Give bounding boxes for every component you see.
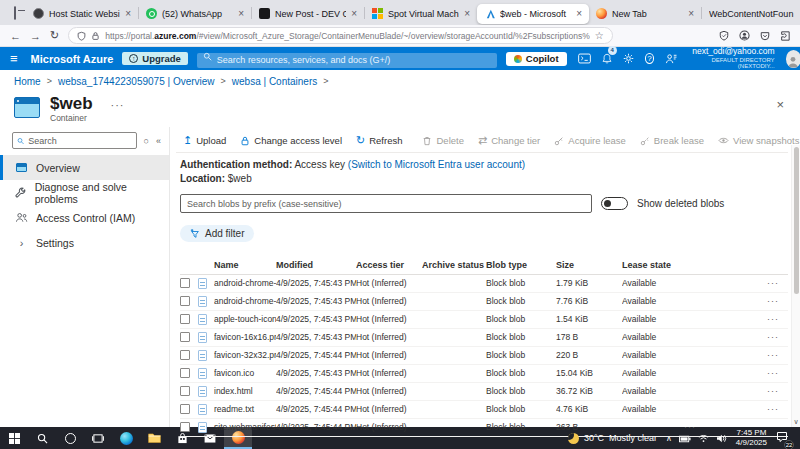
- col-archive-status[interactable]: Archive status: [422, 260, 486, 270]
- upload-button[interactable]: ↥Upload: [176, 135, 233, 146]
- col-access-tier[interactable]: Access tier: [356, 260, 422, 270]
- blob-search-input[interactable]: [180, 194, 592, 213]
- change-access-level-button[interactable]: Change access level: [233, 135, 349, 146]
- row-menu-button[interactable]: ···: [758, 368, 788, 378]
- scrollbar-down-arrow[interactable]: ∨: [792, 418, 800, 426]
- row-checkbox[interactable]: [180, 332, 190, 342]
- scrollbar-thumb[interactable]: [794, 147, 799, 294]
- table-row[interactable]: site.webmanifest 4/9/2025, 7:45:44 PM Ho…: [180, 419, 788, 437]
- row-menu-button[interactable]: ···: [622, 422, 758, 432]
- portal-menu-icon[interactable]: ≡: [10, 51, 18, 66]
- blob-name[interactable]: android-chrome-...: [214, 278, 276, 288]
- change-tier-button[interactable]: ⇄Change tier: [471, 135, 547, 146]
- table-row[interactable]: favicon.ico 4/9/2025, 7:45:43 PM Hot (In…: [180, 365, 788, 383]
- browser-tab[interactable]: WebContentNotFoun ×: [702, 4, 800, 24]
- break-lease-button[interactable]: Break lease: [633, 135, 711, 146]
- row-menu-button[interactable]: ···: [758, 314, 788, 324]
- browser-tab[interactable]: (52) WhatsApp ×: [139, 4, 251, 24]
- blade-close-button[interactable]: ×: [776, 97, 784, 112]
- table-row[interactable]: android-chrome-... 4/9/2025, 7:45:43 PM …: [180, 293, 788, 311]
- browser-tab-active[interactable]: $web - Microsoft ×: [477, 4, 589, 24]
- file-explorer-icon[interactable]: [140, 427, 168, 449]
- row-checkbox[interactable]: [180, 368, 190, 378]
- row-menu-button[interactable]: ···: [758, 350, 788, 360]
- sidebar-item-overview[interactable]: Overview: [0, 155, 169, 180]
- pocket-icon[interactable]: [760, 27, 770, 45]
- help-button[interactable]: ?: [645, 53, 655, 64]
- col-lease-state[interactable]: Lease state: [622, 260, 758, 270]
- view-snapshots-button[interactable]: View snapshots: [711, 135, 800, 146]
- row-checkbox[interactable]: [180, 386, 190, 396]
- extensions-icon[interactable]: [780, 27, 790, 45]
- taskbar-search-icon[interactable]: [28, 427, 56, 449]
- show-deleted-toggle[interactable]: [601, 197, 628, 210]
- account-icon[interactable]: [739, 27, 750, 45]
- url-field[interactable]: https://portal.azure.com/#view/Microsoft…: [68, 27, 612, 44]
- blob-name[interactable]: favicon-32x32.png: [214, 350, 276, 360]
- vertical-scrollbar[interactable]: ∨: [791, 145, 800, 427]
- tab-close-icon[interactable]: ×: [125, 9, 131, 19]
- blade-more-button[interactable]: ···: [111, 99, 125, 111]
- account-info[interactable]: next_odi@yahoo.com DEFAULT DIRECTORY (NE…: [688, 47, 774, 71]
- blob-name[interactable]: site.webmanifest: [214, 422, 276, 432]
- action-center-button[interactable]: 22: [776, 429, 792, 447]
- col-modified[interactable]: Modified: [276, 260, 356, 270]
- delete-button[interactable]: Delete: [415, 135, 470, 146]
- sidebar-item-diagnose[interactable]: Diagnose and solve problems: [0, 180, 169, 205]
- browser-tab[interactable]: Host Static Websi ×: [26, 4, 138, 24]
- breadcrumb-storage-account[interactable]: websa_1744223059075 | Overview: [58, 76, 215, 87]
- feedback-icon[interactable]: [665, 50, 677, 68]
- sidebar-circle-icon[interactable]: ○: [144, 136, 149, 146]
- switch-entra-link[interactable]: (Switch to Microsoft Entra user account): [348, 159, 525, 170]
- table-row[interactable]: favicon-32x32.png 4/9/2025, 7:45:44 PM H…: [180, 347, 788, 365]
- upgrade-button[interactable]: ↑ Upgrade: [122, 52, 188, 65]
- acquire-lease-button[interactable]: Acquire lease: [547, 135, 633, 146]
- row-checkbox[interactable]: [180, 278, 190, 288]
- cloud-shell-icon[interactable]: [578, 50, 591, 68]
- breadcrumb-containers[interactable]: websa | Containers: [232, 76, 317, 87]
- task-view-icon[interactable]: [84, 427, 112, 449]
- table-row[interactable]: apple-touch-icon... 4/9/2025, 7:45:43 PM…: [180, 311, 788, 329]
- tab-close-icon[interactable]: ×: [238, 9, 244, 19]
- browser-tab[interactable]: New Tab ×: [589, 4, 701, 24]
- forward-button[interactable]: →: [30, 30, 41, 42]
- row-checkbox[interactable]: [180, 404, 190, 414]
- sidebar-collapse-icon[interactable]: «: [156, 136, 161, 146]
- col-name[interactable]: Name: [214, 260, 276, 270]
- row-checkbox[interactable]: [180, 314, 190, 324]
- portal-search-input[interactable]: [197, 53, 497, 68]
- table-row[interactable]: readme.txt 4/9/2025, 7:45:44 PM Hot (Inf…: [180, 401, 788, 419]
- lock-icon[interactable]: [91, 27, 100, 45]
- edge-icon[interactable]: [112, 427, 140, 449]
- avatar[interactable]: [786, 50, 800, 68]
- tab-close-icon[interactable]: ×: [688, 9, 694, 19]
- blob-name[interactable]: android-chrome-...: [214, 296, 276, 306]
- row-checkbox[interactable]: [180, 296, 190, 306]
- breadcrumb-home[interactable]: Home: [14, 76, 41, 87]
- firefox-view-icon[interactable]: [14, 6, 16, 20]
- tab-close-icon[interactable]: ×: [576, 9, 582, 19]
- bookmark-star-icon[interactable]: ☆: [595, 30, 604, 41]
- blob-name[interactable]: apple-touch-icon...: [214, 314, 276, 324]
- row-checkbox[interactable]: [180, 422, 190, 432]
- row-menu-button[interactable]: ···: [758, 386, 788, 396]
- refresh-button[interactable]: ↻Refresh: [349, 135, 409, 146]
- row-menu-button[interactable]: ···: [758, 296, 788, 306]
- col-blob-type[interactable]: Blob type: [486, 260, 556, 270]
- browser-tab[interactable]: New Post - DEV C ×: [252, 4, 364, 24]
- col-size[interactable]: Size: [556, 260, 622, 270]
- portal-search[interactable]: [197, 49, 497, 68]
- table-row[interactable]: favicon-16x16.png 4/9/2025, 7:45:43 PM H…: [180, 329, 788, 347]
- row-menu-button[interactable]: ···: [758, 278, 788, 288]
- table-row[interactable]: index.html 4/9/2025, 7:45:44 PM Hot (Inf…: [180, 383, 788, 401]
- row-menu-button[interactable]: ···: [758, 332, 788, 342]
- start-button[interactable]: [0, 427, 28, 449]
- table-row[interactable]: android-chrome-... 4/9/2025, 7:45:43 PM …: [180, 275, 788, 293]
- tab-close-icon[interactable]: ×: [464, 9, 470, 19]
- copilot-button[interactable]: Copilot: [506, 52, 567, 66]
- shield-icon[interactable]: [77, 27, 86, 45]
- settings-gear-icon[interactable]: [623, 50, 634, 68]
- add-filter-button[interactable]: Add filter: [180, 225, 254, 242]
- reload-button[interactable]: ↻: [50, 29, 59, 42]
- row-checkbox[interactable]: [180, 350, 190, 360]
